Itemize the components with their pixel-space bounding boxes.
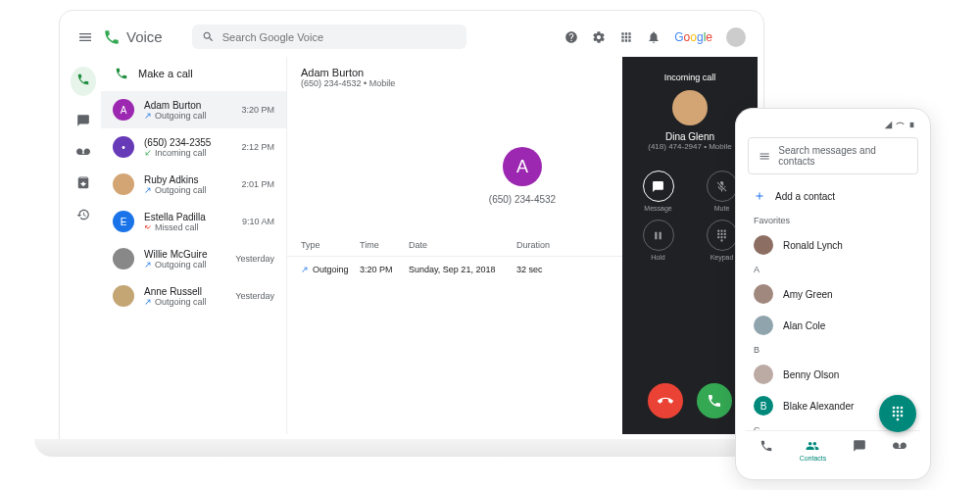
nav-contacts[interactable]: Contacts bbox=[800, 439, 827, 462]
dialpad-fab[interactable] bbox=[879, 395, 916, 432]
nav-calls[interactable] bbox=[71, 67, 96, 96]
call-item[interactable]: •(650) 234-2355Incoming call2:12 PM bbox=[101, 128, 286, 166]
nav-archive[interactable] bbox=[76, 176, 90, 190]
detail-phone-label: (650) 234-4532 • Mobile bbox=[301, 78, 677, 88]
message-button[interactable]: Message bbox=[630, 171, 686, 212]
contact-item[interactable]: Amy Green bbox=[746, 278, 920, 310]
add-contact-button[interactable]: Add a contact bbox=[746, 180, 920, 212]
contact-item[interactable]: Alan Cole bbox=[746, 310, 920, 341]
app-header: Voice Google bbox=[66, 17, 758, 57]
nav-phone[interactable] bbox=[760, 439, 773, 462]
call-item[interactable]: Willie McGuireOutgoing callYesterday bbox=[101, 240, 286, 277]
phone-search[interactable]: Search messages and contacts bbox=[748, 137, 918, 174]
make-call-button[interactable]: Make a call bbox=[101, 57, 286, 91]
caller-avatar bbox=[672, 90, 708, 125]
phone-mockup: Search messages and contacts Add a conta… bbox=[735, 108, 931, 480]
detail-avatar: A bbox=[503, 147, 542, 186]
profile-avatar[interactable] bbox=[726, 27, 746, 47]
caller-name: Dina Glenn bbox=[665, 131, 714, 142]
contact-item[interactable]: Benny Olson bbox=[746, 359, 920, 390]
menu-icon[interactable] bbox=[77, 29, 93, 45]
contact-item[interactable]: Ronald Lynch bbox=[746, 229, 920, 261]
nav-messages[interactable] bbox=[76, 114, 90, 127]
apps-icon[interactable] bbox=[619, 30, 633, 44]
call-item[interactable]: Anne RussellOutgoing callYesterday bbox=[101, 277, 286, 315]
detail-name: Adam Burton bbox=[301, 67, 677, 78]
phone-bottom-nav: Contacts bbox=[746, 430, 920, 469]
decline-button[interactable] bbox=[648, 383, 683, 418]
google-logo: Google bbox=[674, 30, 712, 44]
hold-button[interactable]: Hold bbox=[630, 220, 686, 261]
nav-messages[interactable] bbox=[853, 439, 866, 462]
search-input[interactable] bbox=[222, 31, 457, 43]
search-bar[interactable] bbox=[192, 24, 466, 49]
nav-voicemail[interactable] bbox=[893, 439, 906, 462]
search-icon bbox=[202, 30, 215, 43]
nav-voicemail[interactable] bbox=[76, 145, 90, 159]
call-list: Make a call AAdam BurtonOutgoing call3:2… bbox=[101, 57, 287, 434]
settings-icon[interactable] bbox=[592, 30, 606, 44]
status-bar bbox=[746, 119, 920, 131]
call-item[interactable]: EEstella PadillaMissed call9:10 AM bbox=[101, 203, 286, 240]
app-title: Voice bbox=[126, 28, 163, 45]
caller-phone: (418) 474-2947 • Mobile bbox=[648, 142, 732, 151]
voice-logo: Voice bbox=[103, 28, 163, 46]
section-letter: A bbox=[746, 261, 920, 278]
call-item[interactable]: Ruby AdkinsOutgoing call2:01 PM bbox=[101, 166, 286, 203]
section-letter: B bbox=[746, 341, 920, 359]
side-nav bbox=[66, 57, 101, 434]
accept-button[interactable] bbox=[697, 383, 732, 418]
call-item[interactable]: AAdam BurtonOutgoing call3:20 PM bbox=[101, 91, 286, 128]
help-icon[interactable] bbox=[564, 30, 578, 44]
call-detail: Adam Burton (650) 234-4532 • Mobile A (6… bbox=[287, 57, 758, 434]
notifications-icon[interactable] bbox=[647, 30, 661, 44]
nav-history[interactable] bbox=[76, 208, 90, 221]
outgoing-icon bbox=[301, 266, 309, 273]
favorites-label: Favorites bbox=[746, 212, 920, 229]
